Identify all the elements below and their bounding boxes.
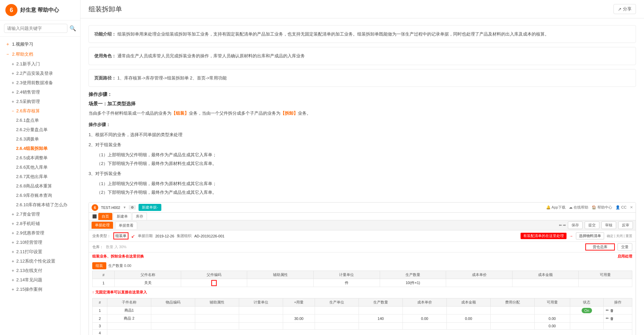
nav-label: ＋ 2.4销售管理 xyxy=(11,90,40,95)
ss-warehouse-input: 货仓总库 xyxy=(585,243,615,250)
intro-label: 功能介绍： xyxy=(94,32,116,37)
role-text: 通常由生产人员或库管人员完成拆装业务的操作，库管人员确认原材料的出库和产成品的入… xyxy=(117,53,305,58)
nav-list: ＋ 1.视频学习 － 2.帮助文档 ＋ 2.1新手入门 ＋ 2.2产品安装及登录… xyxy=(0,37,80,335)
role-label: 使用角色： xyxy=(94,53,116,58)
sidebar-item-faq[interactable]: ＋ 2.14常见问题 xyxy=(0,275,80,285)
header: 组装拆卸单 ↗ 分享 xyxy=(80,0,644,18)
nav-label: ＋ 2.10经营管理 xyxy=(11,240,42,245)
nav-label: ＋ 2.13在线支付 xyxy=(11,268,42,273)
sidebar-item-265[interactable]: 2.6.5成本调整单 xyxy=(0,153,80,163)
logo-area: 6 好生意 帮助中心 xyxy=(0,0,80,20)
ss-top-table: # 父件名称 父件编码 辅助属性 计量单位 生产数量 成本单价 成本金额 可用量 xyxy=(92,271,632,287)
logo-icon: 6 xyxy=(5,4,17,16)
ss-form2: 仓库： 数量 入 30% 货仓总库 交量 xyxy=(89,242,636,253)
search-box: 🔍 xyxy=(0,20,80,37)
sidebar-item-purchase[interactable]: ＋ 2.5采购管理 xyxy=(0,97,80,106)
ss-toolbar: 单据处理 单据查看 ⬅ ➡ 保存 提交 审核 反审 xyxy=(89,220,636,230)
sidebar-item-newcomer[interactable]: ＋ 2.1新手入门 xyxy=(0,59,80,69)
sidebar-item-mobile[interactable]: ＋ 2.8手机旺铺 xyxy=(0,219,80,228)
nav-label: ＋ 2.5采购管理 xyxy=(11,99,40,104)
plus-icon: ＋ xyxy=(5,41,10,47)
sidebar-item-prepare[interactable]: ＋ 2.3使用前数据准备 xyxy=(0,78,80,88)
path-label: 页面路径： xyxy=(94,75,116,80)
sidebar-item-cases[interactable]: ＋ 2.15操作案例 xyxy=(0,285,80,294)
ss-title-id: TEST-H002 xyxy=(101,206,120,210)
ss-bottom-table: # 子件名称 物品编码 辅助属性 计量单位 +用量 生产单位 生产数量 成本单价… xyxy=(92,298,632,335)
sidebar-item-261[interactable]: 2.6.1盘点单 xyxy=(0,116,80,125)
ss-annotation1: 有装配清单的在这里处理 xyxy=(521,233,567,239)
step3-sub1: （1）上部明细为父件明细，最终作为原材料生成其它出库单； xyxy=(89,179,636,188)
sidebar-item-266[interactable]: 2.6.6其他入库单 xyxy=(0,163,80,172)
content-area: 功能介绍： 组装拆卸单用来处理企业组装或拆卸等加工业务，支持有固定装配清单的产品… xyxy=(80,18,644,335)
sidebar-item-install[interactable]: ＋ 2.2产品安装及登录 xyxy=(0,69,80,78)
step3-sub2: （2）下部明细为子件明细，最终作为产成品生成其它入库单。 xyxy=(89,188,636,197)
ss-annotation4: 无固定清单可以直接在这里录入 xyxy=(95,290,147,294)
minus-icon: － xyxy=(5,51,10,57)
ss-annotation-bottom: ↑ 无固定清单可以直接在这里录入 xyxy=(89,289,636,296)
sidebar-item-inventory[interactable]: － 2.6库存核算 xyxy=(0,106,80,116)
nav-label: ＋ 2.1新手入门 xyxy=(11,61,40,66)
ss-annotation-row: 组装业务、拆卸业务在这里切换 启用处理 xyxy=(89,253,636,260)
step2-sub1: （1）上部明细为父件明细，最终作为产成品生成其它入库单； xyxy=(89,151,636,159)
ss-select-list: 选择物料清单 xyxy=(576,232,604,239)
sidebar-item-269[interactable]: 2.6.9库存账本查询 xyxy=(0,191,80,200)
ops-steps-sub-title: 操作步骤： xyxy=(89,120,636,129)
intro-block: 功能介绍： 组装拆卸单用来处理企业组装或拆卸等加工业务，支持有固定装配清单的产品… xyxy=(89,25,636,43)
step2: 2、对于组装业务 xyxy=(89,141,636,149)
nav-label: ＋ 2.11打印设置 xyxy=(11,249,42,254)
ss-top-table-container: 组装 生产数量 0.00 # 父件名称 父件编码 辅助属性 计量单位 生产数量 … xyxy=(89,260,636,289)
nav-label: ＋ 2.8手机旺铺 xyxy=(11,221,40,226)
search-input[interactable] xyxy=(4,24,67,33)
ops-title: 操作步骤： xyxy=(89,92,636,98)
nav-label: ＋ 2.12系统个性化设置 xyxy=(11,259,55,264)
intro-text: 组装拆卸单用来处理企业组装或拆卸等加工业务，支持有固定装配清单的产品加工业务，也… xyxy=(117,32,549,37)
ss-form: 业务类型： 组装单 ↙ 单据日期 2019-12-26 集团组织 AD-2019… xyxy=(89,230,636,242)
on-badge: On xyxy=(582,308,592,313)
nav-label: ＋ 2.7资金管理 xyxy=(11,212,40,217)
sidebar-item-267[interactable]: 2.6.7其他出库单 xyxy=(0,172,80,181)
sidebar-item-system[interactable]: ＋ 2.12系统个性化设置 xyxy=(0,257,80,266)
step1: 1、根据不同的业务，选择不同单据的类型来处理 xyxy=(89,130,636,139)
sidebar-item-2610[interactable]: 2.6.10库存账本错了怎么办 xyxy=(0,200,80,210)
sidebar-item-268[interactable]: 2.6.8商品成本重算 xyxy=(0,181,80,191)
ss-logo: 6 xyxy=(92,204,98,211)
sidebar-item-262[interactable]: 2.6.2分量盘点单 xyxy=(0,125,80,134)
main-content: 组装拆卸单 ↗ 分享 功能介绍： 组装拆卸单用来处理企业组装或拆卸等加工业务，支… xyxy=(80,0,644,335)
table-row: 4 xyxy=(93,330,632,335)
ss-bill-type: 组装单 xyxy=(113,232,128,239)
sidebar-item-finance[interactable]: ＋ 2.7资金管理 xyxy=(0,210,80,219)
sidebar: 6 好生意 帮助中心 🔍 ＋ 1.视频学习 － 2.帮助文档 ＋ 2.1新手入门… xyxy=(0,0,80,335)
search-button[interactable]: 🔍 xyxy=(69,25,76,32)
sidebar-item-video[interactable]: ＋ 1.视频学习 xyxy=(0,39,80,49)
sidebar-item-263[interactable]: 2.6.3调拨单 xyxy=(0,134,80,144)
table-row: 1 商品1 xyxy=(93,306,632,315)
ss-bottom-table-container: # 子件名称 物品编码 辅助属性 计量单位 +用量 生产单位 生产数量 成本单价… xyxy=(89,296,636,335)
screenshot-titlebar: 6 TEST-H002 ▼ ⚙ 新建单据- 🔔 App下载 ☁ 在线帮助 🏠 帮… xyxy=(89,203,636,213)
page-title: 组装拆卸单 xyxy=(89,5,122,14)
sidebar-item-print[interactable]: ＋ 2.11打印设置 xyxy=(0,247,80,257)
step3: 3、对于拆装业务 xyxy=(89,169,636,178)
sidebar-item-payment[interactable]: ＋ 2.13在线支付 xyxy=(0,266,80,275)
sidebar-item-coupon[interactable]: ＋ 2.9优惠券管理 xyxy=(0,228,80,238)
path-block: 页面路径： 1、库存核算->库存管理->组装拆卸单 2、首页->常用功能 xyxy=(89,69,636,87)
table-row: 30.00 xyxy=(93,323,632,330)
scenario1-title: 场景一：加工类型选择 xyxy=(89,101,636,107)
ss-annotation2: 组装业务、拆卸业务在这里切换 xyxy=(92,254,144,259)
nav-label: ＋ 2.2产品安装及登录 xyxy=(11,71,53,76)
screenshot: 6 TEST-H002 ▼ ⚙ 新建单据- 🔔 App下载 ☁ 在线帮助 🏠 帮… xyxy=(89,202,636,335)
sidebar-item-sales[interactable]: ＋ 2.4销售管理 xyxy=(0,88,80,97)
sidebar-item-mgmt[interactable]: ＋ 2.10经营管理 xyxy=(0,238,80,247)
ss-nav-tabs: ⬛ 自页 新建单 库存 xyxy=(89,213,636,220)
role-block: 使用角色： 通常由生产人员或库管人员完成拆装业务的操作，库管人员确认原材料的出库… xyxy=(89,47,636,65)
share-button[interactable]: ↗ 分享 xyxy=(613,4,636,14)
logo-text: 好生意 帮助中心 xyxy=(20,7,59,14)
nav-label: ＋ 2.15操作案例 xyxy=(11,287,42,292)
nav-label: － 2.6库存核算 xyxy=(11,108,40,113)
sidebar-item-264[interactable]: 2.6.4组装拆卸单 xyxy=(0,144,80,153)
sidebar-item-help[interactable]: － 2.帮助文档 xyxy=(0,49,80,59)
step2-sub2: （2）下部明细为子件明细，最终作为原材料生成其它出库单。 xyxy=(89,159,636,168)
table-row: 1 关关 件 10(件×1) xyxy=(93,279,632,287)
path-text: 1、库存核算->库存管理->组装拆卸单 2、首页->常用功能 xyxy=(117,75,227,80)
nav-label: ＋ 2.9优惠券管理 xyxy=(11,230,44,235)
ss-btn-new: 新建单据- xyxy=(139,204,161,211)
